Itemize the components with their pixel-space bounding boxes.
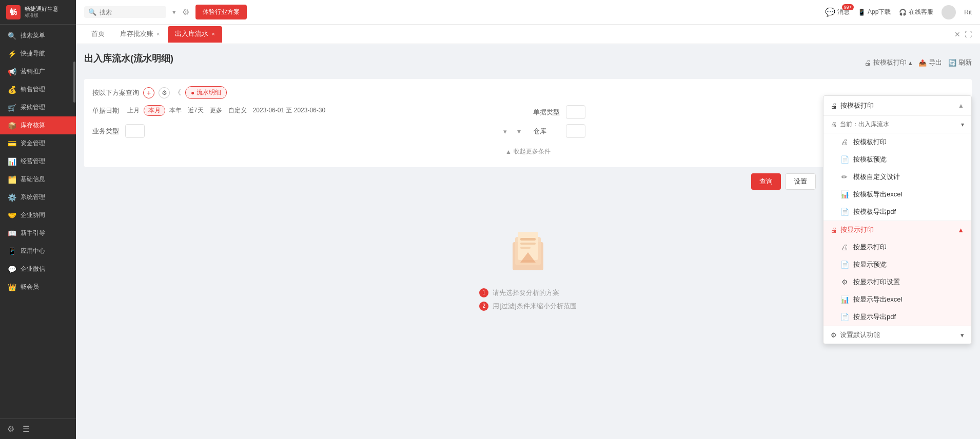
tab-batch[interactable]: 库存批次账 ×	[113, 26, 167, 43]
query-btn[interactable]: 查询	[751, 173, 781, 190]
sidebar-item-enterprise[interactable]: 🤝 企业协同	[0, 206, 76, 224]
print-dropdown: 🖨 按模板打印 ▲ 🖨 当前：出入库流水 ▾ 🖨 按模板打印	[823, 95, 972, 344]
industry-btn[interactable]: 体验行业方案	[195, 5, 247, 19]
wechat-icon: 💬	[7, 265, 16, 273]
sidebar-footer: ⚙ ☰	[0, 418, 76, 439]
sidebar-item-basic[interactable]: 🗂️ 基础信息	[0, 170, 76, 188]
display-preview-icon: 📄	[840, 261, 849, 269]
empty-step-2: 2 用[过滤]条件来缩小分析范围	[479, 300, 576, 313]
user-name: Rit	[964, 9, 972, 16]
sidebar-item-sales[interactable]: 💰 销售管理	[0, 81, 76, 98]
sidebar-item-label-member: 畅会员	[21, 283, 39, 291]
guide-icon: 📖	[7, 229, 16, 237]
print-current[interactable]: 🖨 当前：出入库流水 ▾	[824, 116, 971, 133]
message-btn[interactable]: 💬 消息 99+	[825, 7, 850, 17]
filter-badge[interactable]: ● 流水明细	[185, 86, 227, 99]
menu-toggle-icon[interactable]: ☰	[23, 424, 30, 434]
current-chevron-icon[interactable]: ▾	[961, 121, 964, 128]
empty-step-1: 1 请先选择要分析的方案	[479, 286, 576, 300]
topbar-search-wrap[interactable]: 🔍	[84, 6, 166, 18]
page-area: 出入库流水(流水明细) 🖨 按模板打印 ▴ 📤 导出 🔄 刷新	[76, 44, 980, 439]
display-print-settings-item[interactable]: ⚙ 按显示打印设置	[824, 273, 971, 291]
tab-home[interactable]: 首页	[84, 26, 112, 43]
template-pdf-item[interactable]: 📄 按模板导出pdf	[824, 203, 971, 221]
filter-settings-btn[interactable]: ⚙	[159, 87, 170, 98]
sidebar-scrollbar[interactable]	[73, 62, 75, 103]
filter-collapse-btn[interactable]: 《	[174, 88, 181, 97]
sidebar-item-label-finance: 资金管理	[21, 139, 45, 148]
sidebar-item-member[interactable]: 👑 畅会员	[0, 278, 76, 296]
sidebar-nav: 🔍 搜索菜单 ⚡ 快捷导航 📢 营销推广 💰 销售管理 🛒 采购管理 📦 库存核…	[0, 25, 76, 418]
sidebar-item-finance[interactable]: 💳 资金管理	[0, 134, 76, 152]
sidebar-item-wechat[interactable]: 💬 企业微信	[0, 260, 76, 278]
print-footer-defaults[interactable]: ⚙ 设置默认功能 ▾	[824, 326, 971, 344]
sidebar-item-inventory[interactable]: 📦 库存核算	[0, 116, 76, 134]
template-design-item[interactable]: ✏ 模板自定义设计	[824, 168, 971, 186]
filter-add-btn[interactable]: +	[143, 87, 154, 98]
step2-num: 2	[479, 302, 488, 311]
topbar-gear-icon[interactable]: ⚙	[182, 7, 189, 17]
date-this-month[interactable]: 本月	[144, 105, 165, 116]
topbar: 🔍 ▾ ⚙ 体验行业方案 💬 消息 99+ 📱 App下载 🎧 在线客服 Rit	[76, 0, 980, 25]
refresh-btn[interactable]: 🔄 刷新	[948, 58, 972, 67]
tab-expand-icon[interactable]: ⛶	[965, 30, 972, 38]
template-design-icon: ✏	[840, 173, 849, 181]
page-title: 出入库流水(流水明细)	[84, 52, 173, 65]
date-last-month[interactable]: 上月	[125, 105, 142, 116]
template-print-section: 🖨 按模板打印 📄 按模板预览 ✏ 模板自定义设计 📊 按模板导出excel 📄	[824, 133, 971, 221]
settings-icon[interactable]: ⚙	[7, 424, 14, 434]
display-preview-item[interactable]: 📄 按显示预览	[824, 256, 971, 273]
print-template-btn[interactable]: 🖨 按模板打印 ▴	[865, 58, 912, 67]
date-more[interactable]: 更多	[208, 105, 224, 116]
sidebar-item-label-guide: 新手引导	[21, 229, 45, 237]
sidebar-item-label-operation: 经营管理	[21, 157, 45, 166]
template-preview-item[interactable]: 📄 按模板预览	[824, 151, 971, 168]
template-print-item[interactable]: 🖨 按模板打印	[824, 133, 971, 151]
app-download-link[interactable]: 📱 App下载	[858, 8, 891, 16]
template-pdf-icon: 📄	[840, 208, 849, 216]
sidebar-item-operation[interactable]: 📊 经营管理	[0, 152, 76, 170]
date-custom[interactable]: 自定义	[226, 105, 249, 116]
biztype-chevron-icon[interactable]: ▾	[515, 127, 523, 135]
display-settings-icon: ⚙	[840, 278, 849, 286]
tab-flow[interactable]: 出入库流水 ×	[168, 26, 222, 43]
sidebar-item-shortcut[interactable]: ⚡ 快捷导航	[0, 45, 76, 63]
sales-icon: 💰	[7, 86, 16, 94]
biztype-select-wrap[interactable]	[125, 124, 511, 138]
topbar-chevron-icon[interactable]: ▾	[172, 8, 176, 16]
sidebar-item-purchase[interactable]: 🛒 采购管理	[0, 98, 76, 116]
display-print-section-header[interactable]: 🖨 按显示打印 ▲	[824, 221, 971, 238]
enterprise-icon: 🤝	[7, 211, 16, 220]
tab-flow-close[interactable]: ×	[211, 31, 214, 37]
tab-close-window-icon[interactable]: ✕	[954, 30, 961, 38]
date-this-year[interactable]: 本年	[167, 105, 184, 116]
display-pdf-item[interactable]: 📄 按显示导出pdf	[824, 308, 971, 326]
main-content: 🔍 ▾ ⚙ 体验行业方案 💬 消息 99+ 📱 App下载 🎧 在线客服 Rit	[76, 0, 980, 439]
footer-chevron-icon[interactable]: ▾	[961, 331, 964, 339]
sidebar-item-system[interactable]: ⚙️ 系统管理	[0, 188, 76, 206]
doctype-select[interactable]	[566, 105, 585, 119]
print-dropdown-close-icon[interactable]: ▲	[958, 102, 964, 109]
sidebar-item-marketing[interactable]: 📢 营销推广	[0, 63, 76, 81]
date-label: 单据日期	[92, 106, 121, 115]
settings-btn[interactable]: 设置	[785, 173, 816, 190]
sidebar-item-guide[interactable]: 📖 新手引导	[0, 224, 76, 242]
warehouse-select[interactable]	[566, 124, 585, 138]
display-section-chevron-up[interactable]: ▲	[957, 226, 964, 234]
sidebar-item-search[interactable]: 🔍 搜索菜单	[0, 27, 76, 45]
biztype-select[interactable]	[125, 124, 145, 138]
date-7days[interactable]: 近7天	[186, 105, 206, 116]
date-range[interactable]: 2023-06-01 至 2023-06-30	[253, 106, 325, 115]
sidebar-item-app[interactable]: 📱 应用中心	[0, 242, 76, 260]
tab-batch-close[interactable]: ×	[156, 31, 160, 37]
online-service-link[interactable]: 🎧 在线客服	[899, 8, 933, 16]
search-input[interactable]	[100, 9, 151, 16]
avatar[interactable]	[942, 5, 956, 19]
display-print-item[interactable]: 🖨 按显示打印	[824, 238, 971, 256]
member-icon: 👑	[7, 283, 16, 291]
export-btn[interactable]: 📤 导出	[918, 58, 942, 67]
template-excel-item[interactable]: 📊 按模板导出excel	[824, 186, 971, 203]
display-print-section: 🖨 按显示打印 📄 按显示预览 ⚙ 按显示打印设置 📊 按显示导出excel 📄	[824, 238, 971, 326]
template-preview-icon: 📄	[840, 155, 849, 164]
display-excel-item[interactable]: 📊 按显示导出excel	[824, 291, 971, 308]
